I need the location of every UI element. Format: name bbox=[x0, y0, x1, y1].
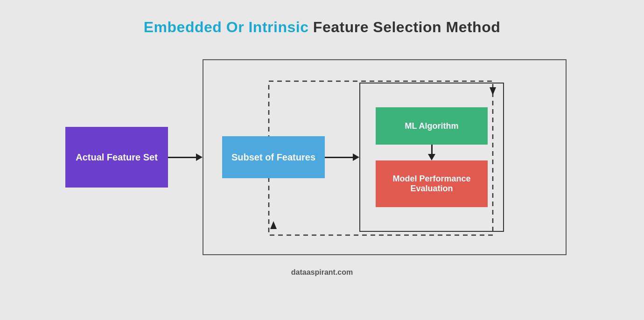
inner-arrow-v-line bbox=[431, 145, 433, 154]
ml-algorithm-label: ML Algorithm bbox=[405, 121, 459, 131]
arrow-subset-to-inner bbox=[325, 153, 359, 161]
model-performance-box: Model Performance Evaluation bbox=[376, 160, 488, 207]
model-performance-label: Model Performance Evaluation bbox=[379, 174, 484, 194]
subset-of-features-box: Subset of Features bbox=[222, 136, 325, 178]
watermark: dataaspirant.com bbox=[291, 268, 353, 277]
arrow-line-h1 bbox=[168, 157, 196, 158]
title-plain-part: Feature Selection Method bbox=[308, 19, 500, 35]
ml-algorithm-box: ML Algorithm bbox=[376, 107, 488, 145]
actual-feature-set-box: Actual Feature Set bbox=[65, 127, 168, 188]
arrow-line-h2 bbox=[325, 157, 353, 158]
arrow-head-h2 bbox=[353, 153, 359, 161]
title-colored-part: Embedded Or Intrinsic bbox=[144, 19, 309, 35]
inner-row: Subset of Features ML Algorithm Model Pe… bbox=[222, 83, 552, 232]
diagram-area: Actual Feature Set Sub bbox=[65, 59, 579, 255]
arrow-feature-to-outer bbox=[168, 153, 203, 161]
arrow-head-h1 bbox=[196, 153, 203, 161]
inner-arrow-down bbox=[428, 145, 435, 160]
inner-arrow-head-down bbox=[428, 154, 435, 160]
actual-feature-set-label: Actual Feature Set bbox=[76, 152, 158, 163]
subset-of-features-label: Subset of Features bbox=[231, 152, 315, 163]
page-title: Embedded Or Intrinsic Feature Selection … bbox=[144, 19, 500, 36]
inner-box: ML Algorithm Model Performance Evaluatio… bbox=[359, 83, 504, 232]
outer-box: Subset of Features ML Algorithm Model Pe… bbox=[203, 59, 567, 255]
